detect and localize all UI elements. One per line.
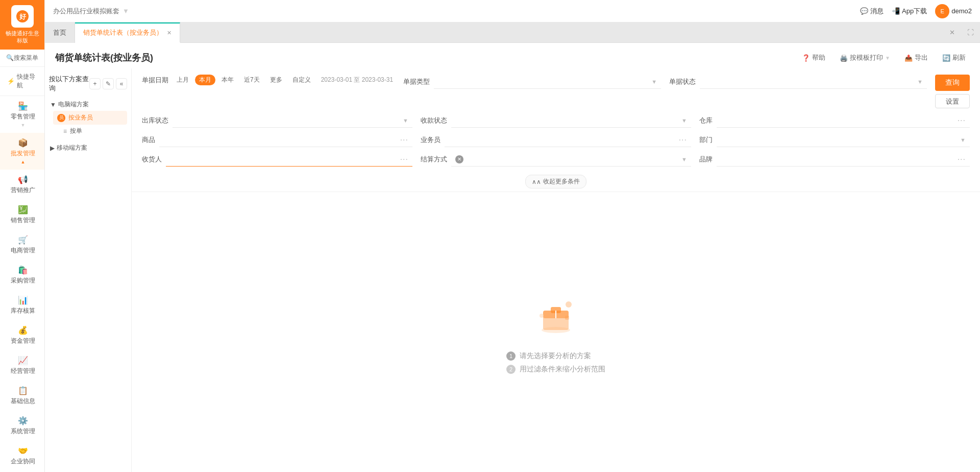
collapse-btn[interactable]: ∧∧ 收起更多条件 <box>525 175 586 188</box>
search-menu-item[interactable]: 🔍 搜索菜单 <box>0 50 44 67</box>
filter-row-3: 商品 ··· 业务员 ··· <box>142 133 970 147</box>
main-area: 办公用品行业模拟账套 ▼ 💬 消息 📲 App下载 E demo2 首页 <box>45 0 980 472</box>
template-print-btn[interactable]: 🖨️ 按模板打印 ▼ <box>836 51 894 64</box>
sidebar-item-sales[interactable]: 💹 销售管理 <box>0 200 44 230</box>
settlement-dropdown[interactable]: ✕ ▼ <box>451 152 691 167</box>
dept-filter: 部门 ▼ <box>699 133 970 147</box>
settlement-clear-btn[interactable]: ✕ <box>455 155 463 163</box>
action-buttons: 查询 设置 <box>935 75 970 108</box>
scheme-expand-icon: ▼ <box>50 101 56 108</box>
product-filter: 商品 ··· <box>142 133 412 147</box>
sidebar-item-label: 营销推广 <box>11 186 35 195</box>
status-arrow-icon: ▼ <box>917 79 923 85</box>
mobile-scheme-section: ▶ 移动端方案 <box>49 141 127 154</box>
svg-point-7 <box>566 301 572 308</box>
quick-nav-btn[interactable]: ⚡ 快捷导航 <box>5 70 40 92</box>
receiver-filter: 收货人 ··· <box>142 152 412 167</box>
desktop-scheme-title[interactable]: ▼ 电脑端方案 <box>49 98 127 111</box>
tab-sales-stats-label: 销货单统计表（按业务员） <box>83 28 163 37</box>
dept-arrow-icon: ▼ <box>960 137 966 143</box>
dept-label: 部门 <box>699 135 713 145</box>
sidebar-item-purchase[interactable]: 🛍️ 采购管理 <box>0 260 44 290</box>
svg-text:好: 好 <box>18 13 26 20</box>
payment-dropdown[interactable]: ▼ <box>451 113 691 128</box>
sidebar-item-basic[interactable]: 📋 基础信息 <box>0 381 44 411</box>
help-btn[interactable]: ❓ 帮助 <box>798 51 829 64</box>
date-tab-this-year[interactable]: 本年 <box>217 75 238 85</box>
user-menu[interactable]: E demo2 <box>935 4 972 18</box>
sidebar-item-system[interactable]: ⚙️ 系统管理 <box>0 411 44 441</box>
setting-button[interactable]: 设置 <box>935 94 970 108</box>
date-label: 单据日期 <box>142 76 168 85</box>
left-panel-header: 按以下方案查询 + ✎ « <box>49 75 127 93</box>
sidebar-item-wholesale[interactable]: 📦 批发管理 ▲ <box>0 133 44 170</box>
page-tools: ❓ 帮助 🖨️ 按模板打印 ▼ 📤 导出 🔄 刷新 <box>798 51 970 64</box>
product-control[interactable]: ··· <box>159 133 412 147</box>
user-name: demo2 <box>951 7 972 15</box>
left-panel-actions: + ✎ « <box>89 78 127 89</box>
step-1-num: 1 <box>506 351 516 361</box>
edit-scheme-btn[interactable]: ✎ <box>103 78 114 89</box>
date-tab-this-month[interactable]: 本月 <box>195 75 215 85</box>
app-download-btn[interactable]: 📲 App下载 <box>892 7 927 16</box>
refresh-btn[interactable]: 🔄 刷新 <box>938 51 970 64</box>
filter-row-1: 单据日期 上月 本月 本年 近7天 更多 自定义 2023-03-01 至 20… <box>142 75 970 108</box>
topbar-right: 💬 消息 📲 App下载 E demo2 <box>860 4 972 18</box>
add-scheme-btn[interactable]: + <box>89 78 101 89</box>
payment-filter: 收款状态 ▼ <box>421 113 691 128</box>
sidebar-item-operation[interactable]: 📈 经营管理 <box>0 350 44 381</box>
payment-label: 收款状态 <box>421 116 447 125</box>
tab-sales-stats[interactable]: 销货单统计表（按业务员） ✕ <box>75 22 180 43</box>
query-button[interactable]: 查询 <box>935 75 970 91</box>
mobile-scheme-title[interactable]: ▶ 移动端方案 <box>49 141 127 154</box>
export-btn[interactable]: 📤 导出 <box>900 51 932 64</box>
date-tab-7days[interactable]: 近7天 <box>240 75 264 85</box>
sidebar-item-ecommerce[interactable]: 🛒 电商管理 <box>0 230 44 260</box>
tab-home[interactable]: 首页 <box>45 22 75 43</box>
sidebar-item-enterprise[interactable]: 🤝 企业协同 <box>0 441 44 471</box>
scheme-item-order[interactable]: ≡ 按单 <box>59 125 127 137</box>
warehouse-control[interactable]: ··· <box>717 113 970 128</box>
content-body: 按以下方案查询 + ✎ « ▼ <box>45 68 980 472</box>
out-status-arrow-icon: ▼ <box>403 117 408 124</box>
status-dropdown[interactable]: ▼ <box>700 75 927 89</box>
template-print-label: 按模板打印 <box>850 53 883 62</box>
out-status-dropdown[interactable]: ▼ <box>173 113 412 128</box>
dept-dropdown[interactable]: ▼ <box>717 133 970 147</box>
window-close-btn[interactable]: ✕ <box>943 29 961 36</box>
basic-icon: 📋 <box>18 386 28 395</box>
receiver-dots-icon: ··· <box>400 155 408 164</box>
sidebar-item-finance[interactable]: 💰 资金管理 <box>0 320 44 350</box>
sidebar-item-zero-retail[interactable]: 🏪 零售管理 ▼ <box>0 96 44 133</box>
message-btn[interactable]: 💬 消息 <box>860 7 884 16</box>
desktop-scheme-section: ▼ 电脑端方案 员 按业务员 ≡ 按单 <box>49 98 127 137</box>
warehouse-filter: 仓库 ··· <box>699 113 970 128</box>
salesperson-control[interactable]: ··· <box>445 133 691 147</box>
message-icon: 💬 <box>860 7 868 15</box>
date-tab-custom[interactable]: 自定义 <box>288 75 315 85</box>
salesperson-scheme-label: 按业务员 <box>68 113 93 122</box>
date-tab-more[interactable]: 更多 <box>266 75 286 85</box>
sidebar-item-inventory[interactable]: 📊 库存核算 <box>0 290 44 320</box>
svg-point-8 <box>540 314 544 318</box>
brand-label: 品牌 <box>699 155 713 164</box>
tab-home-label: 首页 <box>53 28 66 37</box>
salesperson-filter: 业务员 ··· <box>421 133 691 147</box>
receiver-control[interactable]: ··· <box>166 152 412 167</box>
sidebar: 好 畅捷通好生意 标版 🔍 搜索菜单 ⚡ 快捷导航 🏪 零售管理 ▼ 📦 批发管… <box>0 0 45 472</box>
scheme-item-salesperson[interactable]: 员 按业务员 <box>53 111 127 125</box>
print-arrow-icon: ▼ <box>885 55 890 61</box>
window-maximize-btn[interactable]: ⛶ <box>961 29 980 36</box>
settlement-label: 结算方式 <box>421 155 447 164</box>
logo[interactable]: 好 畅捷通好生意 标版 <box>0 0 44 50</box>
date-tab-last-month[interactable]: 上月 <box>173 75 193 85</box>
product-label: 商品 <box>142 135 155 145</box>
brand-control[interactable]: ··· <box>717 152 970 167</box>
collapse-panel-btn[interactable]: « <box>116 78 127 89</box>
topbar: 办公用品行业模拟账套 ▼ 💬 消息 📲 App下载 E demo2 <box>45 0 980 22</box>
sidebar-item-marketing[interactable]: 📢 营销推广 <box>0 170 44 200</box>
empty-steps: 1 请先选择要分析的方案 2 用过滤条件来缩小分析范围 <box>506 351 605 374</box>
type-dropdown[interactable]: ▼ <box>434 75 661 89</box>
breadcrumb-arrow: ▼ <box>122 7 129 15</box>
tab-close-btn[interactable]: ✕ <box>167 30 172 36</box>
